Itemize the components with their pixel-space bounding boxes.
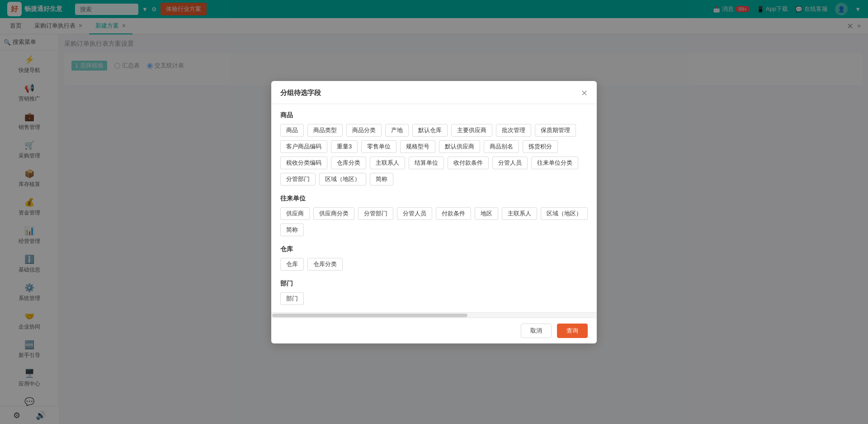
field-spec-model[interactable]: 规格型号 <box>400 140 435 153</box>
field-expiry-mgmt[interactable]: 保质期管理 <box>535 124 576 137</box>
section-department-fields: 部门 <box>280 292 588 305</box>
field-department[interactable]: 部门 <box>280 292 304 305</box>
section-warehouse-title: 仓库 <box>280 245 588 253</box>
field-warehouse-cat[interactable]: 仓库分类 <box>307 258 343 271</box>
modal-body: 商品 商品 商品类型 商品分类 产地 默认仓库 主要供应商 批次管理 保质期管理… <box>271 104 597 312</box>
field-default-warehouse[interactable]: 默认仓库 <box>412 124 448 137</box>
field-main-contact2[interactable]: 主联系人 <box>502 207 537 220</box>
section-counterpart: 往来单位 供应商 供应商分类 分管部门 分管人员 付款条件 地区 主联系人 区域… <box>280 195 588 236</box>
modal-horizontal-scrollbar[interactable] <box>271 312 597 318</box>
confirm-button[interactable]: 查询 <box>557 324 588 338</box>
field-customer-code[interactable]: 客户商品编码 <box>280 140 327 153</box>
field-tax-code[interactable]: 税收分类编码 <box>280 157 327 169</box>
field-warehouse[interactable]: 仓库 <box>280 258 304 271</box>
modal-overlay: 分组待选字段 ✕ 商品 商品 商品类型 商品分类 产地 默认仓库 主要供应商 批… <box>0 0 868 424</box>
field-region-goods[interactable]: 区域（地区） <box>319 173 366 186</box>
field-supplier[interactable]: 供应商 <box>280 207 310 220</box>
field-dept-manage[interactable]: 分管部门 <box>358 207 393 220</box>
field-region-counterpart[interactable]: 区域（地区） <box>541 207 588 220</box>
section-goods-title: 商品 <box>280 111 588 119</box>
field-goods-alias[interactable]: 商品别名 <box>484 140 519 153</box>
modal-title: 分组待选字段 <box>280 89 321 97</box>
section-department-title: 部门 <box>280 280 588 288</box>
section-counterpart-title: 往来单位 <box>280 195 588 203</box>
modal-footer: 取消 查询 <box>271 318 597 343</box>
field-batch-mgmt[interactable]: 批次管理 <box>496 124 531 137</box>
modal-close-button[interactable]: ✕ <box>581 88 588 98</box>
field-supplier-category[interactable]: 供应商分类 <box>313 207 354 220</box>
field-retail-unit[interactable]: 零售单位 <box>361 140 396 153</box>
field-default-supplier[interactable]: 默认供应商 <box>439 140 480 153</box>
field-area[interactable]: 地区 <box>475 207 498 220</box>
field-main-supplier[interactable]: 主要供应商 <box>451 124 492 137</box>
section-goods-fields: 商品 商品类型 商品分类 产地 默认仓库 主要供应商 批次管理 保质期管理 客户… <box>280 124 588 186</box>
field-short-name[interactable]: 简称 <box>370 173 393 186</box>
section-warehouse-fields: 仓库 仓库分类 <box>280 258 588 271</box>
field-manager[interactable]: 分管人员 <box>492 157 528 169</box>
field-counterpart-category[interactable]: 往来单位分类 <box>531 157 578 169</box>
field-manage-person[interactable]: 分管人员 <box>397 207 432 220</box>
section-counterpart-fields: 供应商 供应商分类 分管部门 分管人员 付款条件 地区 主联系人 区域（地区） … <box>280 207 588 236</box>
field-settlement-unit[interactable]: 结算单位 <box>409 157 444 169</box>
field-payment-terms[interactable]: 收付款条件 <box>448 157 489 169</box>
field-weight3[interactable]: 重量3 <box>331 140 358 153</box>
field-select-modal: 分组待选字段 ✕ 商品 商品 商品类型 商品分类 产地 默认仓库 主要供应商 批… <box>271 81 597 343</box>
section-warehouse: 仓库 仓库 仓库分类 <box>280 245 588 271</box>
field-goods[interactable]: 商品 <box>280 124 304 137</box>
field-dept-manager[interactable]: 分管部门 <box>280 173 316 186</box>
field-goods-type[interactable]: 商品类型 <box>307 124 343 137</box>
modal-header: 分组待选字段 ✕ <box>271 81 597 104</box>
field-pick-points[interactable]: 拣货积分 <box>523 140 558 153</box>
field-payment-condition[interactable]: 付款条件 <box>436 207 471 220</box>
field-main-contact[interactable]: 主联系人 <box>370 157 405 169</box>
field-goods-category[interactable]: 商品分类 <box>346 124 382 137</box>
modal-hscroll-thumb <box>272 314 467 317</box>
field-short-name2[interactable]: 简称 <box>280 224 304 236</box>
field-warehouse-category[interactable]: 仓库分类 <box>331 157 366 169</box>
cancel-button[interactable]: 取消 <box>521 324 552 338</box>
section-goods: 商品 商品 商品类型 商品分类 产地 默认仓库 主要供应商 批次管理 保质期管理… <box>280 111 588 186</box>
field-origin[interactable]: 产地 <box>385 124 409 137</box>
section-department: 部门 部门 <box>280 280 588 305</box>
